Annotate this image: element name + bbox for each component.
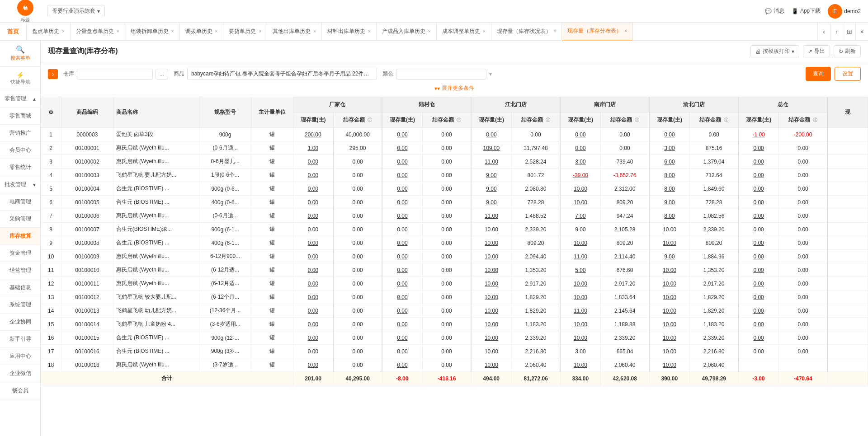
cell-jiangbei-qty[interactable]: 10.00 [471, 277, 511, 291]
cell-nanan-qty[interactable]: 10.00 [560, 318, 600, 331]
cell-jiangbei-qty[interactable]: 10.00 [471, 318, 511, 331]
export-button[interactable]: ↗ 导出 [803, 45, 830, 57]
cell-total-qty[interactable]: 0.00 [738, 304, 778, 318]
sidebar-item-wechat[interactable]: 企业微信 [0, 365, 40, 382]
cell-yubei-qty[interactable]: 10.00 [649, 318, 689, 331]
cell-jiangbei-qty[interactable]: 10.00 [471, 291, 511, 304]
cell-factory-qty[interactable]: 0.00 [293, 155, 333, 169]
cell-lu-qty[interactable]: 0.00 [382, 196, 422, 209]
cell-factory-qty[interactable]: 0.00 [293, 304, 333, 318]
cell-lu-qty[interactable]: 0.00 [382, 277, 422, 291]
cell-yubei-qty[interactable]: 10.00 [649, 291, 689, 304]
cell-jiangbei-qty[interactable]: 10.00 [471, 263, 511, 277]
cell-yubei-qty[interactable]: 10.00 [649, 263, 689, 277]
tab-order-close[interactable]: × [259, 29, 261, 34]
sidebar-item-retail-stats[interactable]: 零售统计 [0, 159, 40, 176]
cell-yubei-qty[interactable]: 8.00 [649, 182, 689, 196]
cell-total-qty[interactable]: 0.00 [738, 291, 778, 304]
cell-total-qty[interactable]: 0.00 [738, 155, 778, 169]
cell-nanan-qty[interactable]: 10.00 [560, 236, 600, 250]
tab-material[interactable]: 材料出库单历史 × [322, 23, 377, 41]
cell-nanan-qty[interactable]: 3.00 [560, 155, 600, 169]
tab-transfer-close[interactable]: × [215, 29, 218, 34]
search-button[interactable]: 查询 [806, 67, 831, 81]
print-button[interactable]: 🖨 按模版打印 ▾ [750, 45, 799, 57]
cell-nanan-qty[interactable]: 10.00 [560, 196, 600, 209]
tab-stocktake-close[interactable]: × [62, 29, 65, 34]
cell-jiangbei-qty[interactable]: 10.00 [471, 331, 511, 345]
cell-jiangbei-qty[interactable]: 9.00 [471, 169, 511, 182]
warehouse-input[interactable] [77, 69, 153, 80]
cell-lu-qty[interactable]: 0.00 [382, 223, 422, 236]
cell-nanan-qty[interactable]: 3.00 [560, 345, 600, 358]
user-area[interactable]: E demo2 [828, 4, 861, 19]
sidebar-item-inventory[interactable]: 库存核算 [0, 228, 40, 245]
cell-jiangbei-qty[interactable]: 109.00 [471, 141, 511, 155]
sidebar-item-member2[interactable]: 畅会员 [0, 382, 40, 399]
cell-yubei-qty[interactable]: 10.00 [649, 277, 689, 291]
cell-factory-qty[interactable]: 0.00 [293, 345, 333, 358]
nav-close-all-btn[interactable]: × [855, 23, 868, 41]
cell-jiangbei-qty[interactable]: 0.00 [471, 128, 511, 141]
cell-factory-qty[interactable]: 0.00 [293, 236, 333, 250]
cell-nanan-qty[interactable]: 0.00 [560, 128, 600, 141]
cell-factory-qty[interactable]: 0.00 [293, 169, 333, 182]
cell-jiangbei-qty[interactable]: 10.00 [471, 250, 511, 263]
cell-jiangbei-qty[interactable]: 9.00 [471, 182, 511, 196]
cell-lu-qty[interactable]: 0.00 [382, 182, 422, 196]
tab-partial[interactable]: 分量盘点单历史 × [71, 23, 125, 41]
cell-yubei-qty[interactable]: 10.00 [649, 345, 689, 358]
sidebar-item-system[interactable]: 系统管理 [0, 296, 40, 314]
cell-factory-qty[interactable]: 1.00 [293, 141, 333, 155]
cell-lu-qty[interactable]: 0.00 [382, 141, 422, 155]
sidebar-item-search[interactable]: 🔍 搜索英单 [0, 41, 40, 67]
tab-assembly[interactable]: 组装拆卸单历史 × [125, 23, 180, 41]
warehouse-ellipsis[interactable]: ... [156, 69, 168, 80]
tab-order[interactable]: 要货单历史 × [223, 23, 267, 41]
cell-nanan-qty[interactable]: 9.00 [560, 223, 600, 236]
cell-total-qty[interactable]: 0.00 [738, 209, 778, 223]
cell-lu-qty[interactable]: 0.00 [382, 128, 422, 141]
cell-factory-qty[interactable]: 0.00 [293, 196, 333, 209]
sidebar-item-ecommerce[interactable]: 电商管理 [0, 193, 40, 211]
filter-expand-btn[interactable]: › [48, 69, 58, 79]
cell-yubei-qty[interactable]: 10.00 [649, 304, 689, 318]
cell-total-qty[interactable]: 0.00 [738, 277, 778, 291]
cell-total-qty[interactable]: 0.00 [738, 182, 778, 196]
tab-cost-close[interactable]: × [483, 29, 486, 34]
cell-nanan-qty[interactable]: 10.00 [560, 277, 600, 291]
sidebar-item-purchase[interactable]: 采购管理 [0, 211, 40, 228]
cell-nanan-qty[interactable]: 11.00 [560, 304, 600, 318]
cell-lu-qty[interactable]: 0.00 [382, 263, 422, 277]
cell-total-qty[interactable] [738, 358, 778, 372]
sidebar-item-operations[interactable]: 经营管理 [0, 262, 40, 279]
tab-finished-close[interactable]: × [428, 29, 431, 34]
cell-lu-qty[interactable]: 0.00 [382, 304, 422, 318]
cell-jiangbei-qty[interactable]: 10.00 [471, 358, 511, 372]
sidebar-item-marketing[interactable]: 营销推广 [0, 125, 40, 142]
cell-total-qty[interactable]: 0.00 [738, 236, 778, 250]
cell-lu-qty[interactable]: 0.00 [382, 291, 422, 304]
cell-factory-qty[interactable]: 0.00 [293, 182, 333, 196]
industry-selector[interactable]: 母婴行业演示陈套 ▾ [47, 5, 105, 17]
cell-total-qty[interactable]: 0.00 [738, 141, 778, 155]
cell-nanan-qty[interactable]: 11.00 [560, 250, 600, 263]
cell-factory-qty[interactable]: 200.00 [293, 128, 333, 141]
tab-material-close[interactable]: × [368, 29, 371, 34]
cell-total-qty[interactable]: 0.00 [738, 169, 778, 182]
tab-other-out[interactable]: 其他出库单历史 × [267, 23, 322, 41]
sidebar-item-member[interactable]: 会员中心 [0, 142, 40, 159]
cell-yubei-qty[interactable]: 8.00 [649, 169, 689, 182]
sidebar-item-mall[interactable]: 零售商城 [0, 108, 40, 125]
tab-cost[interactable]: 成本调整单历史 × [437, 23, 491, 41]
sidebar-item-collab[interactable]: 企业协同 [0, 314, 40, 331]
cell-total-qty[interactable]: 0.00 [738, 345, 778, 358]
cell-lu-qty[interactable]: 0.00 [382, 318, 422, 331]
cell-yubei-qty[interactable]: 0.00 [649, 128, 689, 141]
cell-jiangbei-qty[interactable]: 11.00 [471, 155, 511, 169]
tab-finished[interactable]: 产成品入库单历史 × [377, 23, 437, 41]
cell-total-qty[interactable]: 0.00 [738, 196, 778, 209]
cell-jiangbei-qty[interactable]: 10.00 [471, 345, 511, 358]
cell-nanan-qty[interactable]: 10.00 [560, 182, 600, 196]
nav-expand-btn[interactable]: ⊞ [843, 23, 855, 41]
